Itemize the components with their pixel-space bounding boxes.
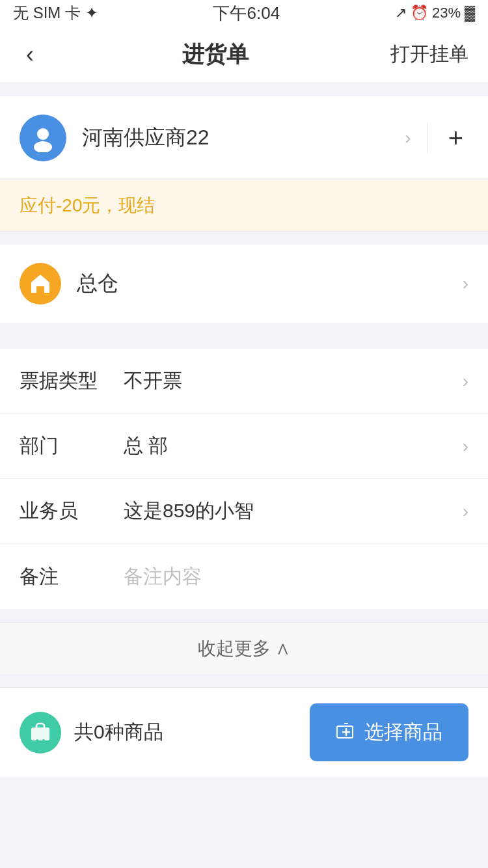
svg-rect-2	[31, 727, 49, 740]
user-icon	[29, 124, 57, 152]
warehouse-name: 总仓	[77, 269, 463, 298]
status-bar: 无 SIM 卡 ✦ 下午6:04 ↗ ⏰ 23% ▓	[0, 0, 488, 26]
department-label: 部门	[20, 433, 111, 459]
sim-text: 无 SIM 卡 ✦	[13, 3, 98, 23]
warehouse-section: 总仓 ›	[0, 245, 488, 323]
notice-banner: 应付-20元，现结	[0, 180, 488, 232]
supplier-chevron-icon: ›	[405, 128, 411, 148]
ticket-type-label: 票据类型	[20, 368, 111, 394]
battery-text: 23%	[432, 5, 461, 21]
notice-text: 应付-20元，现结	[20, 195, 155, 215]
select-product-button[interactable]: 选择商品	[310, 703, 468, 761]
supplier-name: 河南供应商22	[82, 124, 405, 152]
svg-point-0	[37, 128, 49, 140]
supplier-section: 河南供应商22 › + 应付-20元，现结	[0, 96, 488, 232]
department-row[interactable]: 部门 总 部 ›	[0, 414, 488, 479]
remark-input[interactable]: 备注内容	[111, 563, 468, 590]
collapse-button[interactable]: 收起更多 ∧	[0, 622, 488, 674]
add-supplier-button[interactable]: +	[443, 124, 468, 153]
svg-point-1	[34, 141, 52, 152]
select-product-label: 选择商品	[364, 719, 442, 746]
back-icon: ‹	[26, 41, 34, 68]
ticket-type-row[interactable]: 票据类型 不开票 ›	[0, 349, 488, 414]
location-icon: ↗	[395, 5, 407, 21]
warehouse-icon	[20, 263, 61, 305]
nav-bar: ‹ 进货单 打开挂单	[0, 26, 488, 83]
warehouse-chevron-icon: ›	[463, 273, 468, 294]
department-chevron-icon: ›	[463, 436, 468, 457]
cart-icon	[29, 721, 52, 744]
supplier-row[interactable]: 河南供应商22 › +	[0, 96, 488, 180]
remark-row[interactable]: 备注 备注内容	[0, 544, 488, 609]
battery-icon: ▓	[465, 5, 475, 21]
divider-2	[0, 323, 488, 336]
salesperson-label: 业务员	[20, 498, 111, 524]
collapse-label: 收起更多 ∧	[198, 636, 291, 661]
remark-label: 备注	[20, 563, 111, 590]
alarm-icon: ⏰	[411, 5, 428, 21]
status-right: ↗ ⏰ 23% ▓	[395, 5, 475, 21]
ticket-type-chevron-icon: ›	[463, 371, 468, 392]
top-divider	[0, 83, 488, 96]
supplier-divider	[427, 122, 427, 154]
ticket-type-value: 不开票	[111, 368, 463, 394]
salesperson-row[interactable]: 业务员 这是859的小智 ›	[0, 479, 488, 544]
home-icon	[29, 272, 52, 295]
department-value: 总 部	[111, 433, 463, 459]
bottom-bar: 共0种商品 选择商品	[0, 687, 488, 777]
back-button[interactable]: ‹	[20, 34, 40, 75]
svg-point-3	[36, 739, 38, 742]
svg-point-4	[42, 739, 45, 742]
supplier-avatar	[20, 115, 66, 161]
add-product-icon	[336, 722, 357, 743]
product-icon	[20, 712, 61, 753]
page-title: 进货单	[182, 40, 249, 70]
open-pending-button[interactable]: 打开挂单	[390, 41, 468, 68]
product-count: 共0种商品	[74, 719, 310, 746]
status-time: 下午6:04	[213, 2, 280, 25]
salesperson-chevron-icon: ›	[463, 501, 468, 522]
form-section: 票据类型 不开票 › 部门 总 部 › 业务员 这是859的小智 › 备注 备注…	[0, 349, 488, 609]
page-container: 无 SIM 卡 ✦ 下午6:04 ↗ ⏰ 23% ▓ ‹ 进货单 打开挂单 河南…	[0, 0, 488, 868]
warehouse-row[interactable]: 总仓 ›	[0, 245, 488, 323]
status-left: 无 SIM 卡 ✦	[13, 3, 98, 23]
salesperson-value: 这是859的小智	[111, 498, 463, 524]
divider-1	[0, 232, 488, 245]
